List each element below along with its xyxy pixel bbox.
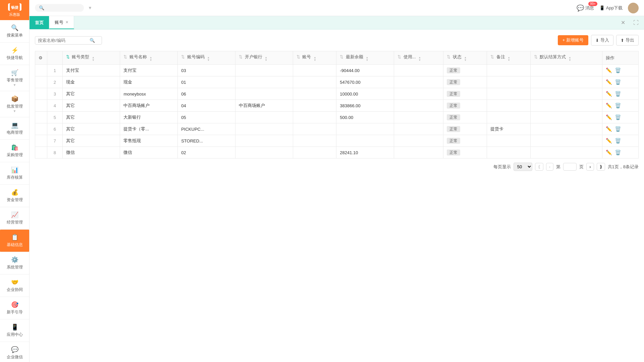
- row-account-name: 现金: [120, 76, 178, 88]
- sidebar-item-basic-info[interactable]: 📋 基础信息: [0, 230, 29, 252]
- edit-button[interactable]: ✏️: [606, 114, 612, 120]
- settings-icon[interactable]: ⚙: [39, 55, 43, 60]
- delete-button[interactable]: 🗑️: [615, 138, 621, 144]
- tab-account-close[interactable]: ✕: [65, 20, 68, 24]
- user-avatar[interactable]: [628, 3, 639, 13]
- delete-button[interactable]: 🗑️: [615, 67, 621, 73]
- row-remark: 提货卡: [487, 123, 531, 135]
- row-account-type: 其它: [62, 88, 120, 100]
- col-latest-balance[interactable]: ⇅ 最新余额 ▲▼: [336, 51, 394, 65]
- tab-close-all-button[interactable]: ✕: [618, 18, 628, 27]
- table-search-wrap[interactable]: 🔍: [35, 36, 102, 45]
- sidebar-item-search-menu[interactable]: 🔍 搜索菜单: [0, 20, 29, 43]
- table-search-input[interactable]: [38, 38, 88, 43]
- row-actions: ✏️ 🗑️: [602, 76, 638, 88]
- first-page-button[interactable]: ⟪: [535, 163, 543, 171]
- sidebar-item-retail[interactable]: 🛒 零售管理 ▼: [0, 65, 29, 91]
- sidebar-item-inventory[interactable]: 📊 库存核算: [0, 162, 29, 185]
- message-button[interactable]: 💬 消息 99+: [577, 4, 594, 12]
- col-usage[interactable]: ⇅ 使用... ▲▼: [394, 51, 443, 65]
- row-remark: [487, 147, 531, 159]
- sidebar-item-label: 企业协同: [7, 287, 23, 293]
- tab-expand-button[interactable]: ⛶: [631, 18, 641, 27]
- sidebar-item-enterprise-wechat[interactable]: 💬 企业微信: [0, 342, 29, 362]
- col-account-no-sort-icon: ⇅: [297, 54, 300, 59]
- col-remark[interactable]: ⇅ 备注 ▲▼: [487, 51, 531, 65]
- row-status: 正常: [443, 112, 487, 123]
- sidebar: 畅捷 乐惠版 🔍 搜索菜单 ⚡ 快捷导航 🛒 零售管理 ▼ 📦 批发管理 ▼ 💻…: [0, 0, 30, 362]
- export-button[interactable]: ⬆ 导出: [616, 35, 639, 46]
- row-account-code: STORED...: [178, 135, 235, 147]
- col-bank[interactable]: ⇅ 开户银行 ▲▼: [235, 51, 293, 65]
- sort-icons: ▲▼: [418, 56, 421, 62]
- sidebar-item-cooperation[interactable]: 🤝 企业协同: [0, 275, 29, 297]
- page-size-select[interactable]: 50 100 200: [514, 163, 532, 171]
- sidebar-item-wholesale[interactable]: 📦 批发管理 ▼: [0, 91, 29, 117]
- sidebar-item-label: 库存核算: [7, 175, 23, 180]
- pagination-bar: 每页显示 50 100 200 ⟪ ‹ 第 1 页 › ⟫ 共1页，8条记录: [35, 159, 639, 171]
- col-default-settlement[interactable]: ⇅ 默认结算方式 ▲▼: [530, 51, 602, 65]
- tab-bar: 首页 账号 ✕ ✕ ⛶: [30, 16, 644, 29]
- dropdown-icon[interactable]: ▼: [88, 5, 92, 10]
- sidebar-item-system[interactable]: ⚙️ 系统管理: [0, 252, 29, 275]
- table-row: 2 现金 现金 01 547670.00 正常 ✏️ 🗑️: [35, 76, 639, 88]
- col-index: [47, 51, 63, 65]
- row-account-type: 支付宝: [62, 65, 120, 76]
- sidebar-item-guide[interactable]: 🎯 新手引导: [0, 297, 29, 319]
- edit-button[interactable]: ✏️: [606, 126, 612, 132]
- sort-icons: ▲▼: [366, 56, 369, 62]
- phone-icon: 📱: [599, 5, 605, 10]
- page-number-input[interactable]: 1: [563, 163, 577, 171]
- tab-home[interactable]: 首页: [30, 16, 49, 29]
- delete-button[interactable]: 🗑️: [615, 103, 621, 109]
- sort-icons: ▲▼: [507, 56, 510, 62]
- sidebar-item-app-center[interactable]: 📱 应用中心: [0, 319, 29, 342]
- sidebar-item-label: 系统管理: [7, 264, 23, 270]
- top-search-bar[interactable]: 🔍: [35, 4, 84, 12]
- col-action: 操作: [602, 51, 638, 65]
- top-header: 🔍 ▼ 💬 消息 99+ 📱 App下载: [30, 0, 644, 16]
- import-button[interactable]: ⬇ 导入: [591, 35, 613, 46]
- col-account-name[interactable]: ⇅ 账号名称 ▲▼: [120, 51, 178, 65]
- delete-button[interactable]: 🗑️: [615, 149, 621, 156]
- sidebar-item-quick-nav[interactable]: ⚡ 快捷导航: [0, 43, 29, 65]
- add-account-button[interactable]: + 新增账号: [558, 35, 588, 45]
- edit-button[interactable]: ✏️: [606, 67, 612, 73]
- col-account-type[interactable]: ⇅ 账号类型 ▲▼: [62, 51, 120, 65]
- next-page-button[interactable]: ›: [586, 163, 594, 171]
- edit-button[interactable]: ✏️: [606, 103, 612, 109]
- delete-button[interactable]: 🗑️: [615, 79, 621, 85]
- page-label: 第: [556, 164, 560, 170]
- delete-button[interactable]: 🗑️: [615, 91, 621, 97]
- app-download-button[interactable]: 📱 App下载: [599, 5, 623, 11]
- col-account-code[interactable]: ⇅ 账号编码 ▲▼: [178, 51, 235, 65]
- tab-account[interactable]: 账号 ✕: [49, 16, 74, 29]
- sidebar-item-label: 企业微信: [7, 354, 23, 360]
- edit-button[interactable]: ✏️: [606, 149, 612, 156]
- sort-icons: ▲▼: [464, 56, 467, 62]
- sidebar-item-finance[interactable]: 💰 资金管理: [0, 185, 29, 207]
- col-status[interactable]: ⇅ 状态 ▲▼: [443, 51, 487, 65]
- row-status: 正常: [443, 76, 487, 88]
- sidebar-item-ecommerce[interactable]: 💻 电商管理: [0, 117, 29, 140]
- top-search-input[interactable]: [46, 5, 80, 10]
- table-search-icon[interactable]: 🔍: [90, 38, 95, 43]
- edit-button[interactable]: ✏️: [606, 138, 612, 144]
- row-account-no: [293, 112, 336, 123]
- last-page-button[interactable]: ⟫: [597, 163, 605, 171]
- app-center-icon: 📱: [11, 323, 18, 331]
- edit-button[interactable]: ✏️: [606, 91, 612, 97]
- col-settlement-sort-icon: ⇅: [534, 54, 538, 59]
- row-usage: [394, 112, 443, 123]
- edit-button[interactable]: ✏️: [606, 79, 612, 85]
- search-icon: 🔍: [39, 5, 44, 10]
- delete-button[interactable]: 🗑️: [615, 114, 621, 120]
- sidebar-item-purchase[interactable]: 🛍️ 采购管理: [0, 140, 29, 162]
- col-usage-sort-icon: ⇅: [397, 54, 401, 59]
- prev-page-button[interactable]: ‹: [546, 163, 553, 171]
- col-account-no[interactable]: ⇅ 账号 ▲▼: [293, 51, 336, 65]
- sidebar-item-operations[interactable]: 📈 经营管理: [0, 207, 29, 230]
- sort-icons: ▲▼: [265, 56, 267, 62]
- wholesale-icon: 📦: [11, 95, 18, 103]
- delete-button[interactable]: 🗑️: [615, 126, 621, 132]
